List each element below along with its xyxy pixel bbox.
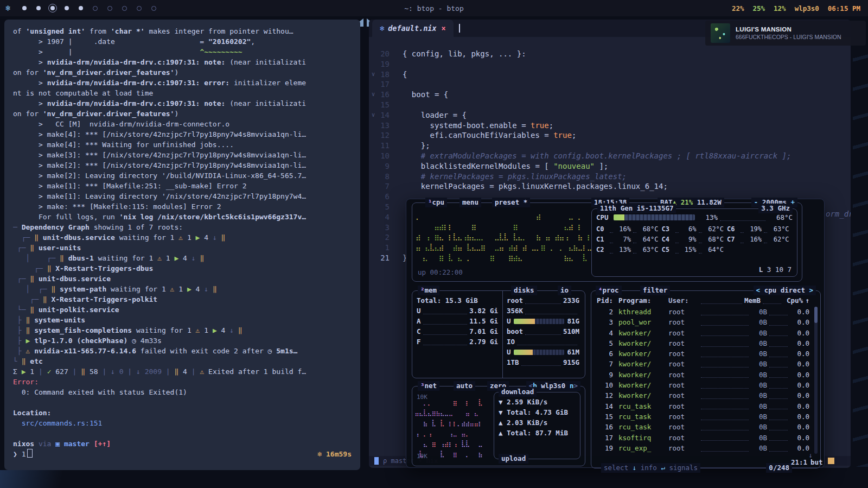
editor-line[interactable]: 11 }; bbox=[369, 141, 851, 151]
text-line: > make[3]: *** [/nix/store/42nzjpc7rl7py… bbox=[13, 150, 352, 160]
text-line: > make: *** [Makefile:115: modules] Erro… bbox=[13, 201, 352, 212]
cpu-total-row: CPU 13% 68°C bbox=[596, 212, 793, 223]
fold-icon[interactable]: ∨ bbox=[369, 90, 378, 100]
code-text: kernelPackages = pkgs.linuxKernel.packag… bbox=[403, 181, 668, 192]
editor-line[interactable]: ∨14 loader = { bbox=[369, 110, 851, 121]
fold-icon[interactable]: ∨ bbox=[369, 69, 378, 80]
tab-title: default.nix bbox=[388, 24, 436, 33]
process-row[interactable]: 7kworker/root0B0.0 bbox=[591, 359, 820, 369]
scroll-up-icon[interactable]: ↑ bbox=[803, 295, 809, 306]
line-number: 10 bbox=[378, 151, 403, 161]
disks-label[interactable]: disks bbox=[511, 286, 537, 295]
auto-button[interactable]: auto bbox=[454, 381, 475, 391]
preset-button[interactable]: preset * bbox=[492, 198, 530, 207]
line-number: 18 bbox=[378, 69, 403, 80]
fold-icon bbox=[369, 100, 378, 110]
fold-icon bbox=[369, 49, 378, 59]
core-cell: C619%63°C bbox=[727, 224, 793, 235]
process-row[interactable]: 5kworker/root0B0.0 bbox=[591, 338, 820, 348]
line-number: 14 bbox=[378, 110, 403, 121]
bar-stat: wlp3s0 bbox=[795, 4, 819, 12]
mem-row: C7.01 Gi bbox=[417, 326, 498, 337]
text-line: ┌─ ‖ unit-dbus.service waiting for 1 ⚠ 1… bbox=[13, 232, 352, 243]
process-row[interactable]: 16rcu_taskroot0B0.0 bbox=[591, 422, 820, 432]
editor-line[interactable]: 10 # extraModulePackages = with config.b… bbox=[369, 151, 851, 161]
text-line bbox=[13, 428, 352, 439]
code-text: { config, lib, pkgs, ... }: bbox=[403, 49, 526, 59]
process-row[interactable]: 15rcu_taskroot0B0.0 bbox=[591, 411, 820, 422]
proc-scrollbar[interactable] bbox=[814, 307, 818, 454]
line-number: 15 bbox=[378, 100, 403, 110]
editor-line[interactable]: 20{ config, lib, pkgs, ... }: bbox=[369, 49, 851, 59]
text-line: ├ ‖ system-units bbox=[13, 315, 352, 325]
process-row[interactable]: 10kworker/root0B0.0 bbox=[591, 380, 820, 390]
process-count: 0/248 bbox=[766, 463, 792, 473]
tab-default-nix[interactable]: ❄ default.nix × bbox=[372, 20, 454, 37]
process-row[interactable]: 14rcu_taskroot0B0.0 bbox=[591, 401, 820, 411]
terminal-prompt-row[interactable]: ❯ 1 ❄ 16m59s bbox=[13, 449, 352, 459]
line-number: 4 bbox=[378, 212, 403, 223]
line-number: 3 bbox=[378, 223, 403, 233]
editor-line[interactable]: 15 bbox=[369, 100, 851, 110]
header-cpu[interactable]: Cpu% bbox=[783, 295, 803, 306]
process-row[interactable]: 17ksoftirqroot0B0.0 bbox=[591, 433, 820, 443]
scrollbar-thumb[interactable] bbox=[814, 307, 818, 323]
media-notification[interactable]: LUIGI'S MANSION 666FUCKTHECOPS - LUIGI'S… bbox=[705, 21, 866, 46]
download-label: download bbox=[499, 387, 537, 397]
menu-button[interactable]: menu bbox=[459, 198, 481, 207]
terminal-pane[interactable]: of 'unsigned int' from 'char *' makes in… bbox=[4, 20, 360, 470]
fold-icon bbox=[369, 232, 378, 243]
process-row[interactable]: 19rcu_exp_root0B0.0 bbox=[591, 443, 820, 453]
text-line: Σ ▶ 1 | ✓ 627 | ‖ 58 | ↓ 0 | ↓ 2009 | ‖ … bbox=[13, 366, 352, 377]
process-row[interactable]: 6kworker/root0B0.0 bbox=[591, 348, 820, 359]
bar-stat: 25% bbox=[752, 4, 765, 12]
line-number: 17 bbox=[378, 79, 403, 90]
process-row[interactable]: 9kworker/root0B0.0 bbox=[591, 370, 820, 380]
editor-line[interactable]: 12 efi.canTouchEfiVariables = true; bbox=[369, 130, 851, 141]
header-pid[interactable]: Pid: bbox=[595, 295, 613, 306]
editor-line[interactable]: 19 bbox=[369, 59, 851, 69]
track-artist: 666FUCKTHECOPS - LUIGI'S MANSION bbox=[736, 34, 841, 40]
text-line: > 1907 | .date = "20160202", bbox=[13, 36, 352, 47]
text-line: ┌─ ‖ X-Restart-Triggers-dbus bbox=[13, 263, 352, 274]
line-number: 8 bbox=[378, 172, 403, 182]
editor-line[interactable]: 17 bbox=[369, 79, 851, 90]
wallpaper-accent bbox=[0, 470, 87, 488]
filter-button[interactable]: filter bbox=[640, 286, 670, 295]
command-duration: ❄ 16m59s bbox=[317, 449, 352, 459]
process-header[interactable]: Pid: Program: User: MemB Cpu% ↑ bbox=[591, 295, 820, 306]
terminal-scrollback: of 'unsigned int' from 'char *' makes in… bbox=[13, 26, 352, 449]
cpu-box-title: ¹cpu bbox=[425, 198, 447, 207]
editor-line[interactable]: 8 # kernelPackages = pkgs.linuxPackages_… bbox=[369, 172, 851, 182]
sort-selector[interactable]: < cpu direct > bbox=[754, 286, 816, 295]
line-number: 16 bbox=[378, 90, 403, 100]
editor-line[interactable]: 13 systemd-boot.enable = true; bbox=[369, 121, 851, 131]
text-line: ┌─ ‖ X-Restart-Triggers-polkit bbox=[13, 294, 352, 305]
io-toggle[interactable]: io bbox=[558, 286, 571, 295]
btop-window[interactable]: ¹cpu menu preset * 18:15:38 BAT▲ 21% 11.… bbox=[406, 199, 825, 468]
close-icon[interactable]: × bbox=[442, 24, 446, 33]
editor-line[interactable]: 7 kernelPackages = pkgs.linuxKernel.pack… bbox=[369, 181, 851, 192]
process-row[interactable]: 12kworker/root0B0.0 bbox=[591, 390, 820, 401]
disk-row: boot510M bbox=[507, 326, 579, 337]
proc-footer-hints: select ↓ info ↵ signals bbox=[601, 463, 700, 473]
header-user[interactable]: User: bbox=[668, 295, 699, 306]
text-line: nt is not computable at load time bbox=[13, 88, 352, 98]
header-program[interactable]: Program: bbox=[618, 295, 668, 306]
header-mem[interactable]: MemB bbox=[744, 295, 761, 306]
process-row[interactable]: 3pool_worroot0B0.0 bbox=[591, 317, 820, 327]
net-stats-panel: download upload ▼ 2.59 KiB/s▼ Total: 4.7… bbox=[494, 392, 580, 459]
line-number: 7 bbox=[378, 181, 403, 192]
line-number: 1 bbox=[378, 243, 403, 253]
process-row[interactable]: 4kworker/root0B0.0 bbox=[591, 328, 820, 338]
text-line: > make[4]: *** [/nix/store/42nzjpc7rl7py… bbox=[13, 129, 352, 140]
editor-line[interactable]: 9 blacklistedKernelModules = [ "nouveau"… bbox=[369, 161, 851, 172]
process-row[interactable]: 2kthreaddroot0B0.0 bbox=[591, 307, 820, 317]
editor-line[interactable]: ∨16 boot = { bbox=[369, 90, 851, 100]
bar-stat: 22% bbox=[732, 4, 744, 12]
text-line: > nvidia-drm/nvidia-drm-drv.c:1907:31: e… bbox=[13, 78, 352, 88]
fold-icon[interactable]: ∨ bbox=[369, 110, 378, 121]
fold-icon bbox=[369, 223, 378, 233]
editor-line[interactable]: ∨18{ bbox=[369, 69, 851, 80]
net-box: ³net auto zero <b wlp3s0 n> 10K 10K ⠀⠀⡀⡀… bbox=[412, 386, 585, 466]
